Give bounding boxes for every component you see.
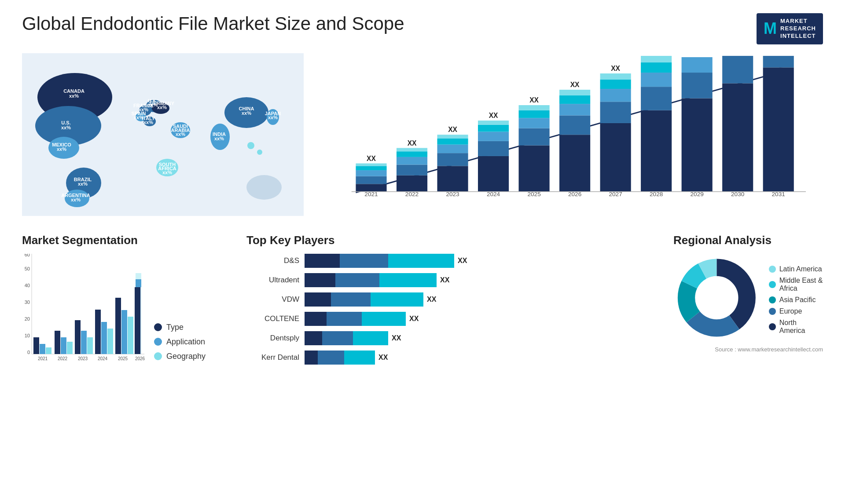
svg-rect-85 xyxy=(519,105,550,110)
growth-chart-panel: XX 2021 XX 2022 xyxy=(312,53,823,225)
logo-m-letter: M xyxy=(764,19,777,38)
bar-seg1 xyxy=(305,351,318,365)
svg-rect-109 xyxy=(682,98,713,191)
player-bar xyxy=(305,254,454,268)
svg-rect-70 xyxy=(437,139,468,145)
segmentation-legend: Type Application Geography xyxy=(154,323,206,370)
svg-rect-64 xyxy=(397,148,427,151)
svg-text:xx%: xx% xyxy=(242,110,251,116)
svg-text:2022: 2022 xyxy=(58,356,68,361)
svg-rect-95 xyxy=(600,123,631,192)
asia-pacific-label: Asia Pacific xyxy=(779,296,816,304)
svg-rect-148 xyxy=(115,298,121,354)
player-bar xyxy=(305,351,375,365)
legend-geography: Geography xyxy=(154,352,206,361)
bar-seg2 xyxy=(331,292,371,307)
bar-seg1 xyxy=(305,273,335,287)
svg-rect-98 xyxy=(600,79,631,88)
svg-rect-158 xyxy=(135,287,140,354)
svg-rect-144 xyxy=(95,310,101,354)
svg-rect-78 xyxy=(478,121,509,125)
svg-rect-106 xyxy=(641,56,672,62)
europe-dot xyxy=(769,308,776,315)
svg-rect-75 xyxy=(478,141,509,156)
svg-text:10: 10 xyxy=(25,333,30,338)
player-row: D&S XX xyxy=(246,254,660,268)
svg-rect-149 xyxy=(121,310,127,354)
svg-rect-134 xyxy=(46,347,51,354)
world-map: CANADA xx% U.S. xx% MEXICO xx% BRAZIL xx… xyxy=(22,53,304,216)
svg-rect-92 xyxy=(559,90,590,95)
bar-seg1 xyxy=(305,312,327,326)
svg-rect-99 xyxy=(600,73,631,80)
regional-section: Regional Analysis xyxy=(673,234,823,370)
north-america-dot xyxy=(769,323,776,330)
svg-text:XX: XX xyxy=(570,81,580,88)
svg-rect-105 xyxy=(641,62,672,72)
svg-text:xx%: xx% xyxy=(57,146,66,152)
svg-rect-74 xyxy=(478,156,509,192)
player-value: XX xyxy=(378,354,388,362)
player-row: Dentsply XX xyxy=(246,331,660,345)
svg-rect-119 xyxy=(763,56,794,67)
player-name: COLTENE xyxy=(246,314,299,323)
svg-rect-57 xyxy=(356,163,386,166)
svg-text:XX: XX xyxy=(448,126,457,133)
bar-seg2 xyxy=(318,351,344,365)
player-name: Kerr Dental xyxy=(246,353,299,362)
svg-rect-138 xyxy=(67,342,73,354)
svg-text:XX: XX xyxy=(489,112,498,119)
svg-rect-69 xyxy=(437,144,468,153)
svg-rect-61 xyxy=(397,164,427,175)
svg-rect-88 xyxy=(559,135,590,192)
player-row: COLTENE XX xyxy=(246,312,660,326)
player-value: XX xyxy=(458,257,467,265)
legend-type: Type xyxy=(154,323,206,332)
svg-rect-145 xyxy=(101,322,107,354)
svg-rect-111 xyxy=(682,57,713,73)
legend-europe: Europe xyxy=(769,307,823,315)
svg-rect-96 xyxy=(600,102,631,123)
svg-rect-132 xyxy=(33,337,39,354)
bar-seg3 xyxy=(388,254,454,268)
bar-seg3 xyxy=(344,351,375,365)
svg-text:xx%: xx% xyxy=(69,93,79,99)
svg-text:xx%: xx% xyxy=(268,115,278,120)
north-america-label: North America xyxy=(779,319,823,335)
svg-rect-114 xyxy=(722,83,753,191)
player-bar xyxy=(305,331,388,345)
svg-rect-77 xyxy=(478,125,509,132)
legend-middle-east: Middle East &Africa xyxy=(769,277,823,292)
bar-seg1 xyxy=(305,292,331,307)
svg-text:40: 40 xyxy=(25,283,30,288)
svg-rect-140 xyxy=(75,320,81,354)
svg-rect-104 xyxy=(641,73,672,87)
players-bars-list: D&S XX Ultradent xyxy=(246,254,660,365)
svg-text:2026: 2026 xyxy=(135,356,145,361)
player-bar xyxy=(305,292,423,307)
svg-rect-133 xyxy=(40,344,45,354)
svg-text:20: 20 xyxy=(25,316,30,321)
svg-rect-89 xyxy=(559,115,590,135)
svg-rect-68 xyxy=(437,153,468,166)
svg-point-16 xyxy=(247,142,254,149)
svg-rect-102 xyxy=(641,110,672,191)
svg-rect-103 xyxy=(641,87,672,110)
svg-text:50: 50 xyxy=(25,266,30,271)
svg-text:xx%: xx% xyxy=(214,136,224,141)
page-title: Global Endodontic File Market Size and S… xyxy=(22,13,404,34)
svg-rect-136 xyxy=(55,331,60,354)
svg-point-165 xyxy=(697,278,736,317)
svg-rect-55 xyxy=(356,170,386,176)
player-bar-container: XX xyxy=(305,312,419,326)
svg-rect-137 xyxy=(61,337,66,354)
player-name: Dentsply xyxy=(246,334,299,343)
middle-east-label: Middle East &Africa xyxy=(779,277,823,292)
segmentation-title: Market Segmentation xyxy=(22,234,233,247)
latin-america-label: Latin America xyxy=(779,265,822,273)
svg-text:2024: 2024 xyxy=(98,356,108,361)
bar-seg2 xyxy=(327,312,362,326)
svg-text:2021: 2021 xyxy=(38,356,48,361)
svg-rect-118 xyxy=(763,67,794,191)
svg-rect-141 xyxy=(81,331,87,354)
